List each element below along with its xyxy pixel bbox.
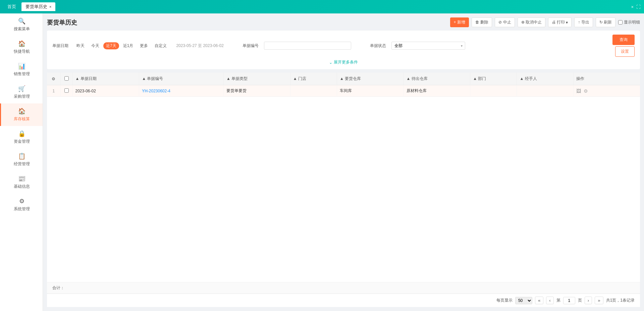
col-store[interactable]: ▲ 门店	[290, 73, 337, 85]
topbar-fullscreen-btn[interactable]: ⛶	[636, 4, 641, 9]
date-btn-yesterday[interactable]: 昨天	[74, 42, 87, 49]
col-action-label: 操作	[576, 76, 584, 81]
last-page-btn[interactable]: »	[595, 297, 603, 304]
col-bill-type[interactable]: ▲ 单据类型	[224, 73, 290, 85]
col-req-warehouse-label: ▲ 要货仓库	[340, 76, 361, 81]
page-title: 要货单历史	[47, 18, 77, 27]
date-btn-more[interactable]: 更多	[137, 42, 151, 49]
col-pending-warehouse[interactable]: ▲ 待出仓库	[404, 73, 470, 85]
page-number-input[interactable]	[563, 297, 575, 304]
sidebar-item-purchase-mgmt[interactable]: 🛒 采购管理	[0, 81, 43, 103]
col-bill-date[interactable]: ▲ 单据日期	[72, 73, 139, 85]
stop-button[interactable]: ⊘ 中止	[495, 17, 515, 27]
sidebar-item-inventory-calc[interactable]: 🏠 库存核算	[0, 103, 43, 126]
sidebar-item-finance-mgmt[interactable]: 🔒 资金管理	[0, 126, 43, 148]
first-page-btn[interactable]: «	[535, 297, 543, 304]
display-detail-checkbox[interactable]	[618, 20, 623, 25]
topbar-right: × ⛶	[631, 4, 641, 9]
filter-settings-button[interactable]: 设置	[615, 46, 635, 57]
print-label: 🖨 打印	[552, 19, 565, 25]
purchase-mgmt-icon: 🛒	[18, 85, 25, 92]
sidebar-item-search-menu[interactable]: 🔍 搜索菜单	[0, 13, 43, 36]
page-suffix: 页	[578, 298, 582, 303]
row-1-actions: 🖼 ⚙	[574, 85, 640, 97]
row-1-bill-no-link[interactable]: YH-20230602-4	[142, 89, 170, 93]
quick-nav-icon: 🏠	[18, 40, 25, 47]
close-tab-icon[interactable]: ×	[49, 5, 51, 9]
search-menu-icon: 🔍	[18, 17, 25, 25]
top-bar: 首页 要货单历史 × × ⛶	[0, 0, 644, 13]
sidebar-item-base-info[interactable]: 📰 基础信息	[0, 171, 43, 193]
bill-no-input[interactable]	[264, 42, 351, 50]
expand-more-conditions[interactable]: ⌄ 展开更多条件	[329, 59, 358, 65]
sales-mgmt-icon: 📊	[18, 62, 25, 70]
row-checkbox-1[interactable]	[60, 85, 72, 97]
col-checkbox	[60, 73, 72, 85]
col-bill-no[interactable]: ▲ 单据编号	[139, 73, 224, 85]
date-filter-label: 单据日期	[52, 43, 68, 49]
pagination-summary: 共1页，1条记录	[606, 298, 635, 303]
finance-mgmt-icon: 🔒	[18, 130, 25, 137]
sidebar-item-quick-nav-label: 快捷导航	[14, 49, 30, 54]
inventory-calc-icon: 🏠	[18, 107, 25, 115]
col-bill-type-label: ▲ 单据类型	[226, 76, 248, 81]
display-detail-label: 显示明细	[624, 19, 640, 25]
table-settings-icon[interactable]: ⚙	[52, 77, 55, 81]
sidebar-item-inventory-calc-label: 库存核算	[14, 116, 30, 122]
sidebar-item-quick-nav[interactable]: 🏠 快捷导航	[0, 36, 43, 58]
toolbar: + 新增 🗑 删除 ⊘ 中止 ⊗ 取消中止 🖨 打印 ▾ ↑ 导出 ↻ 刷新 显…	[450, 17, 640, 27]
date-btn-last-month[interactable]: 近1月	[120, 42, 136, 49]
date-btn-custom[interactable]: 自定义	[152, 42, 169, 49]
date-btn-today[interactable]: 今天	[89, 42, 102, 49]
col-store-label: ▲ 门店	[293, 76, 306, 81]
select-all-checkbox[interactable]	[64, 76, 69, 81]
col-req-warehouse[interactable]: ▲ 要货仓库	[337, 73, 404, 85]
page-size-select[interactable]: 20 50 100	[515, 297, 532, 304]
sidebar-item-system-mgmt[interactable]: ⚙ 系统管理	[0, 193, 43, 216]
export-button[interactable]: ↑ 导出	[574, 17, 593, 27]
refresh-button[interactable]: ↻ 刷新	[596, 17, 615, 27]
display-detail-toggle[interactable]: 显示明细	[618, 19, 640, 25]
main-layout: 🔍 搜索菜单 🏠 快捷导航 📊 销售管理 🛒 采购管理 🏠 库存核算 🔒 资金管…	[0, 13, 644, 311]
print-dropdown-icon[interactable]: ▾	[566, 20, 568, 25]
tab-requisition-history[interactable]: 要货单历史 ×	[21, 2, 55, 11]
col-handler[interactable]: ▲ 经手人	[517, 73, 574, 85]
tab-home-label: 首页	[7, 4, 16, 10]
page-header: 要货单历史 + 新增 🗑 删除 ⊘ 中止 ⊗ 取消中止 🖨 打印 ▾ ↑ 导出 …	[47, 17, 640, 27]
next-page-btn[interactable]: ›	[585, 297, 592, 304]
tab-list: 首页 要货单历史 ×	[3, 2, 631, 11]
row-1-bill-no[interactable]: YH-20230602-4	[139, 85, 224, 97]
filter-row-1: 单据日期 昨天 今天 近7天 近1月 更多 自定义 2023-05-27 至 2…	[52, 35, 635, 57]
bill-status-select[interactable]: 全部 待审核 已审核 中止	[391, 42, 465, 50]
row-1-more-icon[interactable]: ⚙	[584, 88, 588, 94]
prev-page-btn[interactable]: ‹	[546, 297, 553, 304]
sidebar-item-sales-mgmt[interactable]: 📊 销售管理	[0, 58, 43, 81]
row-index-1: 1	[47, 85, 60, 97]
new-button[interactable]: + 新增	[450, 17, 469, 27]
date-buttons: 昨天 今天 近7天 近1月 更多 自定义	[74, 42, 169, 49]
col-handler-label: ▲ 经手人	[520, 76, 537, 81]
content-area: 要货单历史 + 新增 🗑 删除 ⊘ 中止 ⊗ 取消中止 🖨 打印 ▾ ↑ 导出 …	[43, 13, 644, 311]
sidebar-item-operation-mgmt[interactable]: 📋 经营管理	[0, 148, 43, 171]
table-header-row: ⚙ ▲ 单据日期 ▲ 单据编号 ▲ 单据类型	[47, 73, 640, 85]
print-button[interactable]: 🖨 打印 ▾	[548, 17, 572, 27]
bill-status-select-wrapper: 全部 待审核 已审核 中止 ▾	[391, 42, 465, 50]
row-1-checkbox[interactable]	[64, 88, 69, 93]
topbar-close-btn[interactable]: ×	[631, 4, 634, 9]
tab-home[interactable]: 首页	[3, 2, 20, 11]
sidebar-item-finance-mgmt-label: 资金管理	[14, 139, 30, 144]
delete-button[interactable]: 🗑 删除	[472, 17, 492, 27]
row-1-view-icon[interactable]: 🖼	[576, 88, 581, 94]
expand-arrow-icon: ⌄	[329, 60, 332, 65]
date-btn-last7[interactable]: 近7天	[103, 42, 119, 49]
system-mgmt-icon: ⚙	[19, 197, 24, 205]
col-department[interactable]: ▲ 部门	[470, 73, 517, 85]
query-button[interactable]: 查询	[612, 35, 635, 45]
table-row: 1 2023-06-02 YH-20230602-4 要货单要货 车间库 原材料…	[47, 85, 640, 97]
footer-total-label: 合计：	[52, 285, 64, 291]
col-settings[interactable]: ⚙	[47, 73, 60, 85]
cancel-stop-button[interactable]: ⊗ 取消中止	[518, 17, 545, 27]
col-action: 操作	[574, 73, 640, 85]
page-label: 第	[556, 298, 560, 303]
sidebar-item-operation-mgmt-label: 经营管理	[14, 161, 30, 167]
